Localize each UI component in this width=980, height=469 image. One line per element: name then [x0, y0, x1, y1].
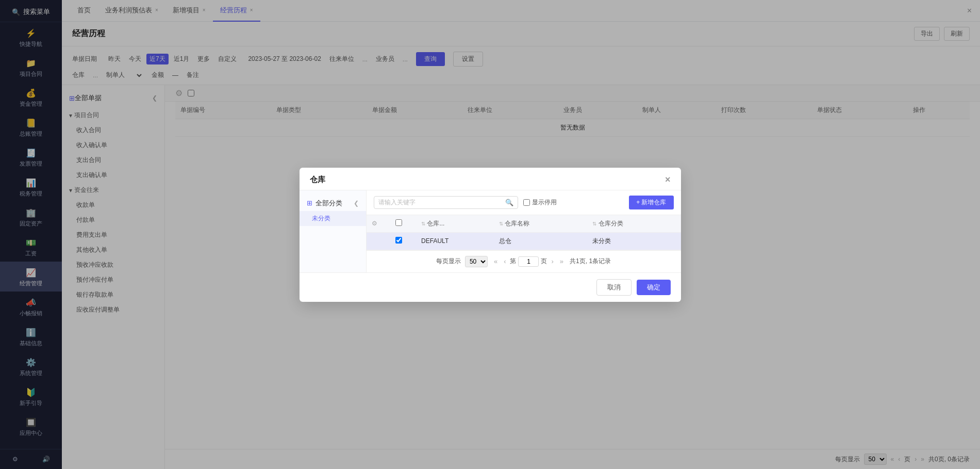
sort-icon: ⇅	[421, 221, 425, 227]
prev-page-btn[interactable]: ‹	[502, 256, 508, 266]
all-category-label: 全部分类	[315, 199, 342, 208]
row-check-cell	[390, 232, 416, 250]
page-prefix-label: 第	[510, 257, 516, 266]
modal-header: 仓库 ×	[300, 168, 681, 190]
warehouse-table-header-row: ⚙ ⇅ 仓库... ⇅	[367, 215, 681, 233]
cat-collapse-icon[interactable]: ❮	[354, 200, 359, 207]
all-category-header[interactable]: ⊞ 全部分类 ❮	[300, 196, 366, 211]
warehouse-row[interactable]: DEFAULT 总仓 未分类	[367, 232, 681, 250]
category-item-unclassified[interactable]: 未分类	[300, 211, 366, 226]
confirm-button[interactable]: 确定	[637, 280, 671, 295]
row-checkbox[interactable]	[395, 237, 402, 244]
next-page-btn[interactable]: ›	[549, 256, 555, 266]
first-page-btn[interactable]: «	[492, 256, 500, 266]
last-page-btn[interactable]: »	[558, 256, 566, 266]
warehouse-modal: 仓库 × ⊞ 全部分类 ❮ 未分类 🔍	[300, 168, 681, 302]
sort-icon: ⇅	[592, 221, 596, 227]
th-category: ⇅ 仓库分类	[587, 215, 680, 233]
th-name: ⇅ 仓库名称	[494, 215, 587, 233]
row-name-cell: 总仓	[494, 232, 587, 250]
show-disabled-checkbox[interactable]: 显示停用	[523, 198, 557, 207]
th-gear: ⚙	[367, 215, 391, 233]
page-suffix-label: 页	[541, 257, 547, 266]
modal-close-button[interactable]: ×	[665, 175, 671, 184]
modal-body: ⊞ 全部分类 ❮ 未分类 🔍 显示停用	[300, 190, 681, 272]
modal-title: 仓库	[310, 175, 325, 185]
gear-icon[interactable]: ⚙	[372, 220, 377, 227]
show-disabled-input[interactable]	[523, 199, 530, 206]
th-code: ⇅ 仓库...	[416, 215, 494, 233]
modal-per-page-label: 每页显示	[436, 257, 461, 266]
th-code-label: 仓库...	[427, 220, 444, 227]
sort-icon: ⇅	[499, 221, 503, 227]
search-icon[interactable]: 🔍	[505, 199, 513, 206]
category-sidebar: ⊞ 全部分类 ❮ 未分类	[300, 190, 367, 272]
add-warehouse-button[interactable]: + 新增仓库	[629, 196, 673, 209]
modal-pagination: 每页显示 50 « ‹ 第 页 › » 共1页, 1条记录	[367, 250, 681, 272]
cancel-button[interactable]: 取消	[596, 279, 632, 296]
modal-select-all[interactable]	[395, 219, 402, 226]
row-code-cell: DEFAULT	[416, 232, 494, 250]
th-check	[390, 215, 416, 233]
page-nav: « ‹ 第 页 › »	[492, 256, 566, 267]
modal-search-box: 🔍	[374, 196, 518, 209]
row-gear-cell	[367, 232, 391, 250]
modal-footer: 取消 确定	[300, 272, 681, 302]
th-name-label: 仓库名称	[505, 220, 529, 227]
modal-toolbar: 🔍 显示停用 + 新增仓库	[367, 190, 681, 215]
modal-search-input[interactable]	[378, 199, 502, 206]
category-icon: ⊞	[307, 199, 312, 207]
modal-overlay[interactable]: 仓库 × ⊞ 全部分类 ❮ 未分类 🔍	[0, 0, 980, 469]
total-label: 共1页, 1条记录	[570, 257, 611, 266]
modal-table-container: ⚙ ⇅ 仓库... ⇅	[367, 215, 681, 250]
warehouse-table: ⚙ ⇅ 仓库... ⇅	[367, 215, 681, 250]
modal-per-page-select[interactable]: 50	[465, 256, 488, 267]
current-page-input[interactable]	[518, 256, 539, 267]
th-category-label: 仓库分类	[599, 220, 623, 227]
show-disabled-label: 显示停用	[532, 198, 557, 207]
modal-main: 🔍 显示停用 + 新增仓库 ⚙	[367, 190, 681, 272]
row-category-cell: 未分类	[587, 232, 680, 250]
